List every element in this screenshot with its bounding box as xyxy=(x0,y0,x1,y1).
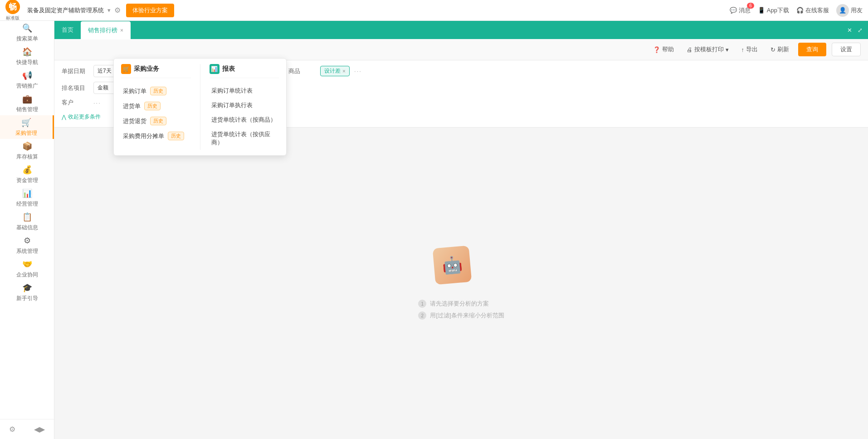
headset-icon: 🎧 xyxy=(796,7,804,14)
menu-item-inbound-return[interactable]: 进货退货 历史 xyxy=(121,113,191,128)
sidebar-item-inventory[interactable]: 📦 库存核算 xyxy=(0,139,54,163)
refresh-button[interactable]: ↻ 刷新 xyxy=(767,44,793,55)
empty-state: 🤖 1 请先选择要分析的方案 2 用[过滤]条件来缩小分析范围 xyxy=(54,128,868,439)
avatar: 👤 xyxy=(836,4,849,17)
print-button[interactable]: 🖨 按模板打印 ▾ xyxy=(683,44,732,55)
customer-label: 客户 xyxy=(62,99,89,107)
industry-button[interactable]: 体验行业方案 xyxy=(126,4,174,17)
enterprise-icon: 🤝 xyxy=(22,259,32,269)
inventory-icon: 📦 xyxy=(22,141,32,151)
sidebar-item-basic-info[interactable]: 📋 基础信息 xyxy=(0,210,54,233)
query-button[interactable]: 查询 xyxy=(798,43,826,56)
menu-item-purchase-expense[interactable]: 采购费用分摊单 历史 xyxy=(121,128,191,143)
tab-sales-rank[interactable]: 销售排行榜 × xyxy=(81,21,131,39)
step-1-circle: 1 xyxy=(418,300,426,308)
report-menu-icon: 📊 xyxy=(210,64,219,74)
help-icon: ❓ xyxy=(653,46,660,53)
main-area: 🔍 搜索菜单 🏠 快捷导航 📢 营销推广 💼 销售管理 🛒 采购管理 📦 xyxy=(0,21,868,439)
sidebar-item-enterprise[interactable]: 🤝 企业协同 xyxy=(0,257,54,281)
marketing-icon: 📢 xyxy=(22,70,32,80)
tab-actions: ✕ ⤢ xyxy=(847,27,868,34)
history-badge-2: 历史 xyxy=(150,117,166,125)
sidebar-collapse-icon[interactable]: ◀▶ xyxy=(30,423,49,435)
system-icon: ⚙ xyxy=(24,236,31,246)
refresh-icon: ↻ xyxy=(770,46,775,53)
menu-divider xyxy=(200,64,200,150)
print-icon: 🖨 xyxy=(687,46,692,53)
operations-icon: 📊 xyxy=(22,188,32,198)
menu-section-purchase: 🛒 采购业务 采购订单 历史 进货单 历史 进货退货 历史 xyxy=(114,64,198,150)
tab-close-icon[interactable]: × xyxy=(120,27,123,34)
finance-icon: 💰 xyxy=(22,165,32,175)
tab-close-window[interactable]: ✕ xyxy=(847,27,852,34)
customer-more-dots[interactable]: ··· xyxy=(93,99,101,106)
app-container: 畅 标准版 装备及固定资产辅助管理系统 ▾ ⚙ 体验行业方案 💬 消息 6 📱 … xyxy=(0,0,868,439)
purchase-menu-icon: 🛒 xyxy=(121,64,131,74)
content-area: 首页 销售排行榜 × ✕ ⤢ ❓ 帮助 🖨 按模板 xyxy=(54,21,868,439)
tab-home[interactable]: 首页 xyxy=(54,21,81,39)
goods-tag[interactable]: 设计差 × xyxy=(320,66,350,76)
menu-item-inbound-stats-goods[interactable]: 进货单统计表（按商品） xyxy=(210,113,279,127)
home-icon: 🏠 xyxy=(22,47,32,57)
logo-text: 标准版 xyxy=(6,15,20,21)
messages-button[interactable]: 💬 消息 6 xyxy=(730,6,751,15)
menu-item-purchase-order-exec[interactable]: 采购订单执行表 xyxy=(210,98,279,113)
sidebar-item-system[interactable]: ⚙ 系统管理 xyxy=(0,233,54,257)
tab-bar: 首页 销售排行榜 × ✕ ⤢ xyxy=(54,21,868,39)
menu-section-title-purchase: 🛒 采购业务 xyxy=(121,64,191,78)
sidebar-item-quick-nav[interactable]: 🏠 快捷导航 xyxy=(0,44,54,68)
message-badge: 6 xyxy=(747,3,754,9)
robot-icon: 🤖 xyxy=(433,246,472,285)
message-icon: 💬 xyxy=(730,7,737,14)
sidebar-item-operations[interactable]: 📊 经营管理 xyxy=(0,186,54,210)
menu-item-purchase-order-stats[interactable]: 采购订单统计表 xyxy=(210,84,279,98)
export-button[interactable]: ↑ 导出 xyxy=(738,44,762,55)
phone-icon: 📱 xyxy=(758,7,765,14)
empty-text: 1 请先选择要分析的方案 2 用[过滤]条件来缩小分析范围 xyxy=(418,300,504,320)
help-button[interactable]: ❓ 帮助 xyxy=(649,44,678,55)
settings-icon[interactable]: ⚙ xyxy=(114,6,121,15)
sidebar-item-finance[interactable]: 💰 资金管理 xyxy=(0,163,54,186)
goods-tag-close-icon[interactable]: × xyxy=(342,68,346,74)
date-label: 单据日期 xyxy=(62,67,89,75)
sidebar-item-marketing[interactable]: 📢 营销推广 xyxy=(0,68,54,92)
logo-area: 畅 标准版 xyxy=(5,0,20,21)
empty-step-2: 2 用[过滤]条件来缩小分析范围 xyxy=(418,311,504,320)
goods-more-dots[interactable]: ··· xyxy=(354,68,362,74)
toolbar: ❓ 帮助 🖨 按模板打印 ▾ ↑ 导出 ↻ 刷新 查询 设置 xyxy=(54,39,868,60)
sidebar-settings-icon[interactable]: ⚙ xyxy=(5,423,19,435)
collapse-icon: ⋀ xyxy=(62,114,66,120)
online-service-button[interactable]: 🎧 在线客服 xyxy=(796,6,829,15)
step-2-circle: 2 xyxy=(418,311,426,320)
sidebar-item-search[interactable]: 🔍 搜索菜单 xyxy=(0,21,54,44)
menu-section-title-report: 📊 报表 xyxy=(210,64,279,78)
rank-label: 排名项目 xyxy=(62,84,89,92)
dropdown-arrow-icon[interactable]: ▾ xyxy=(107,7,111,14)
empty-step-1: 1 请先选择要分析的方案 xyxy=(418,300,504,308)
user-menu-button[interactable]: 👤 用友 xyxy=(836,4,863,17)
purchase-icon: 🛒 xyxy=(21,118,31,128)
history-badge-3: 历史 xyxy=(168,132,184,140)
app-download-button[interactable]: 📱 App下载 xyxy=(758,6,789,15)
empty-illustration: 🤖 xyxy=(434,247,488,292)
sidebar: 🔍 搜索菜单 🏠 快捷导航 📢 营销推广 💼 销售管理 🛒 采购管理 📦 xyxy=(0,21,54,439)
logo-icon: 畅 xyxy=(5,0,20,14)
setup-button[interactable]: 设置 xyxy=(832,43,861,56)
sidebar-item-guide[interactable]: 🎓 新手引导 xyxy=(0,281,54,304)
sidebar-bottom: ⚙ ◀▶ xyxy=(0,419,54,439)
search-icon: 🔍 xyxy=(22,23,32,33)
print-arrow-icon: ▾ xyxy=(726,46,729,53)
sidebar-item-purchase[interactable]: 🛒 采购管理 xyxy=(0,115,54,139)
basic-info-icon: 📋 xyxy=(22,212,32,222)
menu-item-inbound-stats-supplier[interactable]: 进货单统计表（按供应商） xyxy=(210,127,279,150)
top-bar: 畅 标准版 装备及固定资产辅助管理系统 ▾ ⚙ 体验行业方案 💬 消息 6 📱 … xyxy=(0,0,868,21)
menu-item-inbound[interactable]: 进货单 历史 xyxy=(121,99,191,113)
tab-expand-icon[interactable]: ⤢ xyxy=(858,27,863,34)
goods-label: 商品 xyxy=(288,67,316,75)
menu-section-report: 📊 报表 采购订单统计表 采购订单执行表 进货单统计表（按商品） 进货单统计表（… xyxy=(202,64,287,150)
menu-item-purchase-order[interactable]: 采购订单 历史 xyxy=(121,84,191,99)
sidebar-item-sales[interactable]: 💼 销售管理 xyxy=(0,92,54,115)
guide-icon: 🎓 xyxy=(22,283,32,293)
dropdown-menu: 🛒 采购业务 采购订单 历史 进货单 历史 进货退货 历史 xyxy=(113,58,287,156)
top-right-actions: 💬 消息 6 📱 App下载 🎧 在线客服 👤 用友 xyxy=(730,4,863,17)
